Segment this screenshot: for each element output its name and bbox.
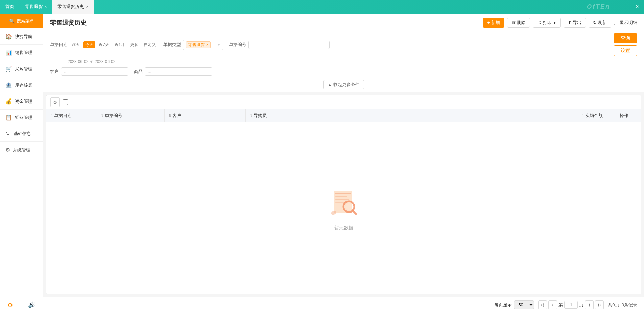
export-button[interactable]: ⬆ 导出 [564,18,586,28]
sales-icon: 📊 [5,49,12,56]
svg-point-6 [345,203,352,210]
bill-type-tag-remove[interactable]: × [206,42,208,47]
sidebar-item-system[interactable]: ⚙ 系统管理 [0,142,43,158]
table-header: ⇅ 单据日期 ⇅ 单据编号 ⇅ 客户 ⇅ 导购员 ⇅ 实销金额 [46,109,641,122]
sort-icon-guide: ⇅ [250,114,253,117]
collapse-button[interactable]: ▲ 收起更多条件 [323,80,364,89]
goods-placeholder: ... [148,69,151,74]
print-button-label: 🖨 打印 [537,20,552,26]
pagination-bar: 每页显示 20 50 100 200 ⟨⟨ ⟨ 第 页 ⟩ ⟩⟩ 共0页, 0条… [43,297,644,312]
print-button[interactable]: 🖨 打印 ▼ [533,18,561,28]
sidebar-item-label-inventory: 库存核算 [15,82,32,88]
new-button[interactable]: + 新增 [483,18,504,28]
empty-text: 暂无数据 [334,225,353,231]
system-icon: ⚙ [5,147,10,153]
select-all-checkbox[interactable] [63,99,68,105]
bill-type-select[interactable]: 零售退货 × ▼ [183,40,223,50]
th-guide: ⇅ 导购员 [246,109,313,122]
refresh-button[interactable]: ↻ 刷新 [589,18,611,28]
sidebar-settings-icon[interactable]: ⚙ [7,301,13,309]
bill-type-filter-group: 单据类型 零售退货 × ▼ [163,40,223,50]
sort-icon-customer: ⇅ [169,114,171,117]
home-icon: 🏠 [5,33,12,40]
bill-type-filter-label: 单据类型 [163,42,181,48]
last-page-btn[interactable]: ⟩⟩ [595,300,604,309]
customer-select[interactable]: ... [61,67,128,76]
sidebar-item-inventory[interactable]: 🏦 库存核算 [0,77,43,93]
filter-row-2: 2023-06-02 至 2023-06-02 [50,59,637,65]
page-label: 第 [558,302,563,308]
tab-home-label: 首页 [5,4,14,10]
prev-page-btn[interactable]: ⟨ [548,300,557,309]
th-bill-no-label: 单据编号 [105,113,122,119]
date-range-text: 2023-06-02 至 2023-06-02 [68,59,115,65]
sidebar-item-quick-nav[interactable]: 🏠 快捷导航 [0,28,43,45]
sidebar-audio-icon[interactable]: 🔊 [28,301,35,309]
date-shortcuts: 昨天 今天 近7天 近1月 更多 自定义 [70,41,158,48]
sidebar-item-basic-info[interactable]: 🗂 基础信息 [0,126,43,142]
settings-button-label: 设置 [621,48,630,53]
svg-rect-2 [335,196,347,197]
tab-retail-return-history-close[interactable]: × [86,5,88,9]
inventory-icon: 🏦 [5,82,12,88]
per-page-label: 每页显示 [494,302,512,308]
sidebar-item-label-purchase: 采购管理 [15,66,32,72]
display-detail-input[interactable] [614,21,618,25]
date-btn-yesterday[interactable]: 昨天 [70,41,82,48]
basic-info-icon: 🗂 [5,131,11,137]
content-area: 零售退货历史 + 新增 🗑 删除 🖨 打印 ▼ ⬆ 导出 [43,14,644,312]
bill-no-input[interactable] [248,41,330,49]
th-guide-label: 导购员 [254,113,267,119]
window-close-button[interactable]: × [630,0,644,14]
empty-illustration [327,186,361,221]
date-btn-today[interactable]: 今天 [83,41,95,48]
th-amount: ⇅ 实销金额 [313,109,607,122]
delete-button[interactable]: 🗑 删除 [507,18,530,28]
next-page-btn[interactable]: ⟩ [585,300,594,309]
page-input[interactable] [564,301,578,309]
first-page-btn[interactable]: ⟨⟨ [538,300,547,309]
tab-retail-return-close[interactable]: × [45,5,47,9]
page-size-group: 每页显示 20 50 100 200 [494,300,534,309]
sidebar-item-label-finance: 资金管理 [15,98,32,105]
sidebar-item-purchase[interactable]: 🛒 采购管理 [0,61,43,77]
sidebar-item-finance[interactable]: 💰 资金管理 [0,93,43,110]
sidebar-item-label-basic-info: 基础信息 [14,131,31,137]
topbar: 首页 零售退货 × 零售退货历史 × OfTEn × [0,0,644,14]
tab-home[interactable]: 首页 [0,0,20,14]
date-btn-custom[interactable]: 自定义 [142,41,158,48]
sidebar-search-btn[interactable]: 🔍 搜索菜单 [0,14,43,28]
tab-retail-return-history[interactable]: 零售退货历史 × [52,0,93,14]
table-body: 暂无数据 [46,122,641,294]
date-btn-1month[interactable]: 近1月 [113,41,127,48]
operations-icon: 📋 [5,114,12,121]
page-title: 零售退货历史 [50,19,87,27]
sort-icon-date: ⇅ [50,114,53,117]
table-action-row: ⚙ [46,95,641,109]
query-button[interactable]: 查询 [614,33,637,43]
collapse-button-label: 收起更多条件 [333,82,360,88]
settings-button[interactable]: 设置 [614,45,637,56]
page-header: 零售退货历史 + 新增 🗑 删除 🖨 打印 ▼ ⬆ 导出 [43,14,644,92]
date-btn-7days[interactable]: 近7天 [97,41,111,48]
search-icon: 🔍 [9,19,15,24]
tab-list: 首页 零售退货 × 零售退货历史 × [0,0,315,14]
tab-retail-return-label: 零售退货 [25,4,43,10]
sidebar-item-operations[interactable]: 📋 经营管理 [0,110,43,126]
often-text: OfTEn [587,3,610,10]
tab-retail-return[interactable]: 零售退货 × [20,0,52,14]
per-page-select[interactable]: 20 50 100 200 [514,300,534,309]
th-action-label: 操作 [620,113,628,119]
query-button-label: 查询 [621,35,630,41]
filter-row-3: 客户 ... 商品 ... [50,67,637,76]
table-settings-btn[interactable]: ⚙ [50,97,60,107]
date-btn-more[interactable]: 更多 [128,41,140,48]
bill-type-select-arrow: ▼ [217,43,220,47]
display-detail-checkbox[interactable]: 显示明细 [614,20,637,26]
sidebar-item-sales[interactable]: 📊 销售管理 [0,45,43,61]
export-button-label: ⬆ 导出 [568,20,582,26]
goods-select[interactable]: ... [145,67,212,76]
tab-retail-return-history-label: 零售退货历史 [57,4,84,10]
refresh-button-label: ↻ 刷新 [593,20,607,26]
bill-type-tag-label: 零售退货 [188,42,205,48]
